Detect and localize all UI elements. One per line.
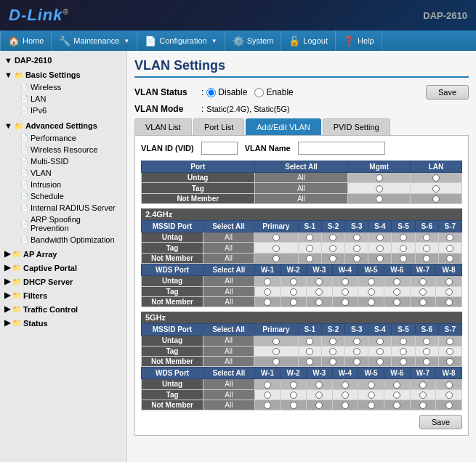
vid-input[interactable] (201, 142, 238, 155)
sidebar-wireless-resource[interactable]: 📄 Wireless Resource (0, 144, 126, 155)
port-untag-lan[interactable] (411, 173, 462, 183)
radio-circle[interactable] (342, 402, 349, 409)
radio-circle[interactable] (353, 255, 360, 262)
nav-home[interactable]: 🏠 Home (0, 31, 52, 51)
radio-circle[interactable] (445, 288, 453, 296)
sidebar-status[interactable]: ▶ 📁 Status (0, 316, 126, 330)
radio-circle[interactable] (376, 234, 384, 241)
radio-circle[interactable] (368, 392, 375, 399)
radio-circle[interactable] (419, 392, 427, 399)
radio-circle[interactable] (273, 234, 280, 241)
tab-add-edit-vlan[interactable]: Add/Edit VLAN (246, 118, 320, 135)
radio-circle[interactable] (342, 299, 349, 306)
sidebar-traffic-control[interactable]: ▶ 📁 Traffic Control (0, 302, 126, 316)
tab-port-list[interactable]: Port List (193, 118, 244, 135)
radio-circle[interactable] (445, 402, 453, 409)
radio-circle[interactable] (329, 338, 336, 345)
radio-circle[interactable] (400, 338, 407, 345)
radio-circle[interactable] (400, 348, 407, 355)
radio-circle[interactable] (306, 348, 313, 355)
radio-circle[interactable] (368, 299, 375, 306)
radio-circle[interactable] (446, 255, 453, 262)
sidebar-arp-spoofing[interactable]: 📄 ARP Spoofing Prevention (0, 214, 126, 234)
top-save-button[interactable]: Save (426, 85, 469, 100)
sidebar-ap-array[interactable]: ▶ 📁 AP Array (0, 247, 126, 261)
radio-circle[interactable] (273, 348, 280, 355)
radio-circle[interactable] (329, 255, 336, 262)
radio-circle[interactable] (393, 278, 400, 285)
radio-circle[interactable] (353, 245, 360, 252)
radio-circle[interactable] (315, 278, 323, 285)
nav-configuration[interactable]: 📄 Configuration ▼ (137, 31, 225, 51)
radio-circle[interactable] (342, 392, 349, 399)
sidebar-intrusion[interactable]: 📄 Intrusion (0, 179, 126, 190)
radio-circle[interactable] (306, 358, 313, 365)
radio-circle[interactable] (273, 358, 280, 365)
radio-circle[interactable] (400, 358, 407, 365)
radio-circle[interactable] (290, 299, 297, 306)
radio-circle[interactable] (290, 381, 297, 389)
radio-circle[interactable] (445, 392, 453, 399)
sidebar-wireless[interactable]: 📄 Wireless (0, 81, 126, 93)
enable-option[interactable]: Enable (254, 87, 293, 97)
radio-circle[interactable] (376, 174, 383, 182)
tab-vlan-list[interactable]: VLAN List (134, 118, 192, 135)
sidebar-vlan[interactable]: 📄 VLAN (0, 167, 126, 179)
radio-circle[interactable] (264, 288, 271, 296)
radio-circle[interactable] (423, 255, 430, 262)
radio-circle[interactable] (376, 245, 384, 252)
disable-option[interactable]: Disable (206, 87, 247, 97)
radio-circle[interactable] (376, 255, 384, 262)
port-tag-mgmt[interactable] (348, 183, 411, 193)
radio-circle[interactable] (315, 381, 323, 389)
sidebar-captive-portal[interactable]: ▶ 📁 Captive Portal (0, 261, 126, 275)
radio-circle[interactable] (264, 299, 271, 306)
sidebar-schedule[interactable]: 📄 Schedule (0, 190, 126, 202)
radio-circle[interactable] (423, 234, 430, 241)
radio-circle[interactable] (290, 288, 297, 296)
sidebar-ipv6[interactable]: 📄 IPv6 (0, 105, 126, 116)
radio-circle[interactable] (376, 195, 383, 203)
radio-circle[interactable] (393, 381, 400, 389)
port-notmember-lan[interactable] (411, 193, 462, 203)
radio-circle[interactable] (290, 402, 297, 409)
radio-circle[interactable] (423, 358, 430, 365)
radio-circle[interactable] (423, 245, 430, 252)
radio-circle[interactable] (273, 245, 280, 252)
radio-circle[interactable] (264, 402, 271, 409)
radio-circle[interactable] (400, 255, 407, 262)
radio-circle[interactable] (393, 402, 400, 409)
radio-circle[interactable] (329, 234, 336, 241)
radio-circle[interactable] (393, 288, 400, 296)
radio-circle[interactable] (446, 358, 453, 365)
radio-circle[interactable] (432, 174, 440, 182)
radio-circle[interactable] (368, 278, 375, 285)
radio-circle[interactable] (329, 348, 336, 355)
radio-circle[interactable] (445, 278, 453, 285)
radio-circle[interactable] (306, 245, 313, 252)
radio-circle[interactable] (368, 288, 375, 296)
radio-circle[interactable] (342, 278, 349, 285)
radio-circle[interactable] (446, 348, 453, 355)
radio-circle[interactable] (353, 234, 360, 241)
radio-circle[interactable] (393, 299, 400, 306)
radio-circle[interactable] (273, 255, 280, 262)
sidebar-performance[interactable]: 📄 Performance (0, 132, 126, 144)
radio-circle[interactable] (419, 299, 427, 306)
tab-pvid-setting[interactable]: PVID Setting (323, 118, 390, 135)
radio-circle[interactable] (432, 195, 440, 203)
radio-circle[interactable] (419, 278, 427, 285)
radio-circle[interactable] (342, 381, 349, 389)
radio-circle[interactable] (353, 338, 360, 345)
radio-circle[interactable] (419, 402, 427, 409)
nav-system[interactable]: ⚙️ System (225, 31, 282, 51)
nav-logout[interactable]: 🔓 Logout (281, 31, 336, 51)
radio-circle[interactable] (290, 392, 297, 399)
nav-maintenance[interactable]: 🔧 Maintenance ▼ (52, 31, 137, 51)
radio-circle[interactable] (368, 402, 375, 409)
radio-circle[interactable] (368, 381, 375, 389)
bottom-save-button[interactable]: Save (419, 415, 462, 429)
radio-circle[interactable] (264, 392, 271, 399)
sidebar-basic-settings[interactable]: ▼ 📁 Basic Settings (0, 68, 126, 81)
radio-circle[interactable] (445, 299, 453, 306)
